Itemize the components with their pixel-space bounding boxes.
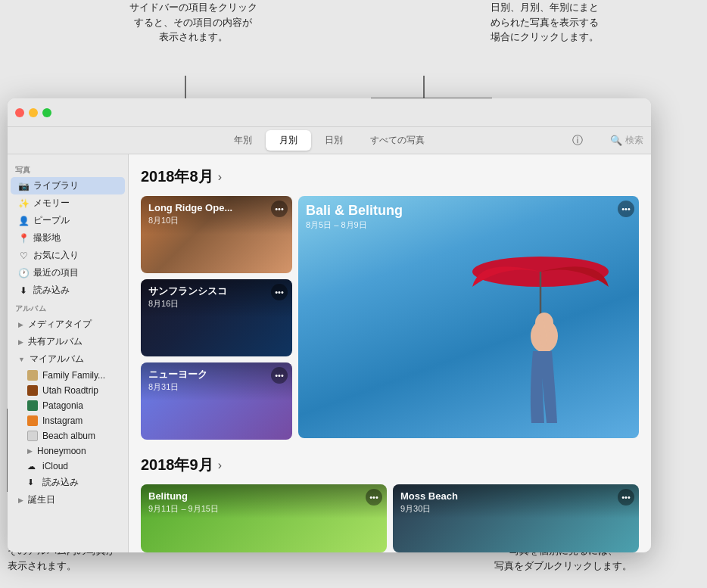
memories-icon: ✨ [18, 198, 29, 209]
sidebar-section-album: アルバム [8, 299, 128, 316]
sf-more-btn[interactable]: ••• [271, 284, 288, 300]
sidebar-label-shared: 共有アルバム [28, 335, 83, 348]
bali-figure [457, 211, 624, 438]
tab-group: 年別 月別 日別 すべての写真 [220, 130, 438, 151]
section-header-august: 2018年8月 › [141, 166, 639, 187]
search-icon: 🔍 [610, 135, 622, 146]
section-title-september: 2018年9月 [141, 455, 213, 475]
section-chevron-september[interactable]: › [218, 459, 222, 472]
sidebar-item-import2[interactable]: ⬇ 読み込み [11, 474, 125, 491]
photo-card-moss[interactable]: Moss Beach 9月30日 ••• [393, 484, 639, 552]
tab-all-photos[interactable]: すべての写真 [357, 130, 438, 151]
sidebar-item-utah[interactable]: Utah Roadtrip [11, 383, 125, 398]
bali-more-btn[interactable]: ••• [618, 201, 634, 217]
photo-label-ridge: Long Ridge Ope... 8月10日 [148, 202, 232, 226]
favorites-icon: ♡ [18, 250, 29, 261]
triangle-icon-2: ▶ [18, 338, 23, 346]
bali-date: 8月5日 – 8月9日 [306, 219, 403, 231]
sidebar-item-places[interactable]: 📍 撮影地 [11, 229, 125, 247]
sidebar-item-recent[interactable]: 🕐 最近の項目 [11, 264, 125, 282]
bali-label: Bali & Belitung 8月5日 – 8月9日 [306, 202, 403, 231]
icloud-icon: ☁ [27, 462, 38, 471]
triangle-icon-4: ▶ [27, 447, 33, 455]
traffic-lights [15, 108, 51, 117]
callout-top-right: 日別、月別、年別にまと められた写真を表示する 場合にクリックします。 [465, 0, 624, 45]
titlebar [8, 98, 651, 127]
photo-card-belitung[interactable]: Belitung 9月11日 – 9月15日 ••• [141, 484, 387, 552]
sidebar-item-people[interactable]: 👤 ピープル [11, 212, 125, 229]
sidebar-item-honeymoon[interactable]: ▶ Honeymoon [11, 443, 125, 459]
ny-date: 8月31日 [148, 381, 207, 393]
patagonia-thumb [27, 400, 38, 411]
section-chevron-august[interactable]: › [218, 170, 222, 184]
sidebar-label-icloud: iCloud [42, 461, 68, 471]
sidebar-item-shared[interactable]: ▶ 共有アルバム [11, 333, 125, 350]
sidebar-label-import2: 読み込み [42, 476, 79, 489]
people-icon: 👤 [18, 216, 29, 226]
info-button[interactable]: ⓘ [572, 134, 583, 148]
import-icon: ⬇ [18, 285, 29, 296]
sidebar-label-my-albums: マイアルバム [30, 353, 84, 366]
window-body: 写真 📷 ライブラリ ✨ メモリー 👤 ピープル 📍 撮影地 ♡ お気に入り [8, 154, 651, 552]
sidebar-label-memories: メモリー [33, 197, 70, 210]
tab-yearly[interactable]: 年別 [220, 130, 266, 151]
photo-card-bali[interactable]: Bali & Belitung 8月5日 – 8月9日 ••• [298, 196, 639, 438]
ridge-more-btn[interactable]: ••• [271, 201, 288, 217]
sidebar-item-family[interactable]: Family Family... [11, 368, 125, 383]
sf-date: 8月16日 [148, 298, 227, 310]
sidebar-item-beach[interactable]: Beach album [11, 428, 125, 443]
sidebar: 写真 📷 ライブラリ ✨ メモリー 👤 ピープル 📍 撮影地 ♡ お気に入り [8, 154, 129, 552]
sidebar-label-birthday: 誕生日 [28, 493, 55, 506]
belitung-date: 9月11日 – 9月15日 [148, 503, 219, 515]
svg-line-14 [540, 321, 544, 344]
beach-thumb [27, 431, 38, 441]
ridge-date: 8月10日 [148, 215, 232, 226]
section-header-september: 2018年9月 › [141, 455, 639, 475]
callout-top-left: サイドバーの項目をクリック すると、その項目の内容が 表示されます。 [125, 0, 261, 45]
sidebar-item-memories[interactable]: ✨ メモリー [11, 194, 125, 212]
ny-more-btn[interactable]: ••• [271, 367, 288, 384]
belitung-more-btn[interactable]: ••• [366, 489, 382, 506]
sidebar-item-library[interactable]: 📷 ライブラリ [11, 177, 125, 194]
sf-title: サンフランシスコ [148, 285, 227, 298]
section-title-august: 2018年8月 [141, 166, 213, 187]
family-thumb [27, 370, 38, 381]
ridge-title: Long Ridge Ope... [148, 202, 232, 215]
moss-label: Moss Beach 9月30日 [400, 490, 458, 515]
close-button[interactable] [15, 108, 24, 117]
photo-grid-august: Long Ridge Ope... 8月10日 ••• サンフランシスコ 8月1… [141, 196, 639, 440]
sidebar-item-my-albums[interactable]: ▼ マイアルバム [11, 350, 125, 368]
photo-card-ny[interactable]: ニューヨーク 8月31日 ••• [141, 362, 292, 440]
sidebar-item-birthday[interactable]: ▶ 誕生日 [11, 491, 125, 509]
sidebar-label-media-types: メディアタイプ [28, 318, 92, 331]
photo-grid-september: Belitung 9月11日 – 9月15日 ••• Moss Beach 9月… [141, 484, 639, 552]
tab-daily[interactable]: 日別 [311, 130, 357, 151]
moss-more-btn[interactable]: ••• [618, 489, 634, 506]
sidebar-label-favorites: お気に入り [33, 249, 79, 262]
sidebar-item-import[interactable]: ⬇ 読み込み [11, 282, 125, 299]
sidebar-label-recent: 最近の項目 [33, 266, 79, 279]
tabbar: 年別 月別 日別 すべての写真 ⓘ 🔍 検索 [8, 127, 651, 154]
sidebar-item-patagonia[interactable]: Patagonia [11, 398, 125, 413]
minimize-button[interactable] [29, 108, 38, 117]
maximize-button[interactable] [42, 108, 51, 117]
sidebar-label-instagram: Instagram [42, 415, 83, 426]
import2-icon: ⬇ [27, 478, 38, 487]
sidebar-label-honeymoon: Honeymoon [37, 446, 86, 456]
utah-thumb [27, 385, 38, 396]
triangle-icon: ▶ [18, 321, 23, 328]
sidebar-item-favorites[interactable]: ♡ お気に入り [11, 247, 125, 264]
sidebar-label-utah: Utah Roadtrip [42, 385, 98, 396]
sidebar-item-icloud[interactable]: ☁ iCloud [11, 459, 125, 474]
belitung-title: Belitung [148, 490, 219, 503]
recent-icon: 🕐 [18, 268, 29, 278]
search-placeholder: 検索 [625, 134, 643, 147]
sidebar-label-library: ライブラリ [33, 179, 79, 192]
sidebar-item-instagram[interactable]: Instagram [11, 413, 125, 428]
instagram-thumb [27, 415, 38, 426]
tab-monthly[interactable]: 月別 [266, 130, 311, 151]
photo-card-ridge[interactable]: Long Ridge Ope... 8月10日 ••• [141, 196, 292, 273]
main-window: 年別 月別 日別 すべての写真 ⓘ 🔍 検索 写真 📷 ライブラリ ✨ メモリー… [8, 98, 651, 552]
photo-card-sf[interactable]: サンフランシスコ 8月16日 ••• [141, 279, 292, 356]
sidebar-item-media-types[interactable]: ▶ メディアタイプ [11, 316, 125, 333]
